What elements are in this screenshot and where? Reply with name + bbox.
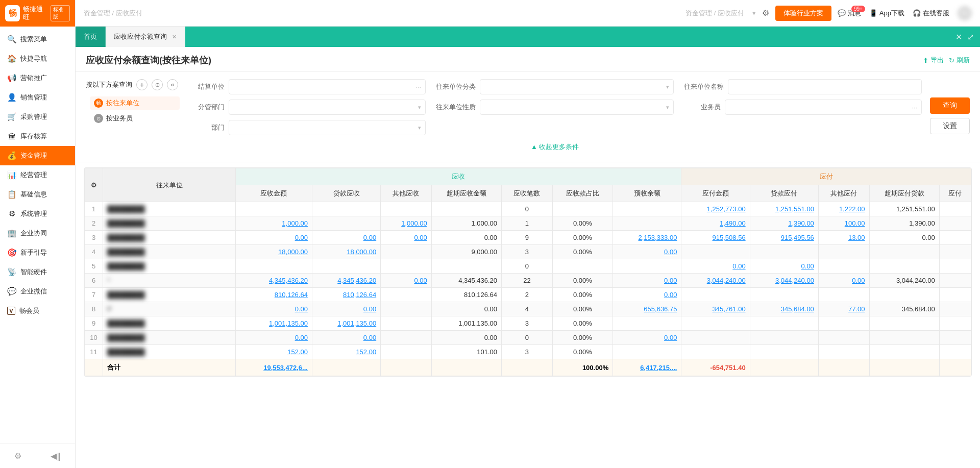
tab-home[interactable]: 首页: [76, 27, 106, 47]
td-overdue-ap-6: [869, 288, 939, 302]
page: 应收应付余额查询(按往来单位) ⬆ 导出 ↻ 刷新: [76, 47, 980, 468]
td-loan-ap-0: 1,251,551.00: [750, 202, 818, 216]
td-overdue-ap-10: [869, 345, 939, 359]
sidebar-item-inventory[interactable]: 🏛 库存核算: [0, 127, 75, 146]
filter-input-partner-name[interactable]: [728, 79, 922, 94]
tab-close-icon[interactable]: ✕: [172, 34, 177, 40]
scheme-item-by-staff[interactable]: ⊙ 按业务员: [90, 112, 180, 125]
sidebar-item-operation[interactable]: 📊 经营管理: [0, 165, 75, 185]
tab-ar-ap[interactable]: 应收应付余额查询 ✕: [106, 27, 185, 47]
filter-input-dept[interactable]: ▾: [229, 100, 426, 115]
td-other-ap-2: 13.00: [818, 231, 869, 245]
th-settings[interactable]: ⚙: [85, 168, 103, 202]
sidebar-item-sales[interactable]: 👤 销售管理: [0, 88, 75, 107]
settings-button[interactable]: 设置: [930, 118, 970, 134]
filter-input-salesperson[interactable]: ···: [725, 100, 922, 115]
td-overdue-ap-0: 1,251,551.00: [869, 202, 939, 216]
filter-collapse-button[interactable]: «: [167, 79, 178, 90]
sidebar-item-base-info[interactable]: 📋 基础信息: [0, 185, 75, 204]
sidebar-item-label: 采购管理: [20, 112, 47, 121]
td-ap-amount-8: [681, 316, 750, 331]
sidebar-item-label: 系统管理: [20, 209, 47, 218]
td-ap-extra-10: [939, 345, 971, 359]
filter-label-settlement: 结算单位: [188, 82, 225, 91]
th-group-ar: 应收: [236, 168, 681, 185]
sidebar-item-smart-hw[interactable]: 📡 智能硬件: [0, 262, 75, 282]
filter-input-dept2[interactable]: ▾: [229, 120, 426, 135]
sidebar-item-member[interactable]: V 畅会员: [0, 301, 75, 321]
td-ap-amount-4: 0.00: [681, 259, 750, 274]
online-service-link[interactable]: 🎧 在线客服: [913, 9, 949, 18]
page-actions: ⬆ 导出 ↻ 刷新: [923, 56, 970, 65]
td-ar-amount-0: [236, 202, 312, 216]
td-ar-ratio-7: 0.00%: [552, 302, 612, 316]
td-ar-count-10: 3: [502, 345, 553, 359]
td-ap-extra-5: [939, 274, 971, 288]
sidebar-item-label: 库存核算: [20, 132, 47, 141]
filter-settings-button[interactable]: ⊙: [152, 79, 163, 90]
message-button[interactable]: 💬 消息 99+: [838, 9, 861, 18]
td-advance-1: [613, 216, 681, 231]
td-other-ar-7: [381, 302, 432, 316]
td-partner-5: ^: [103, 274, 236, 288]
td-ar-count-2: 9: [502, 231, 553, 245]
sidebar-item-purchase[interactable]: 🛒 采购管理: [0, 107, 75, 127]
td-overdue-ar-5: 4,345,436.20: [431, 274, 501, 288]
export-button[interactable]: ⬆ 导出: [923, 56, 944, 65]
sidebar-settings-icon[interactable]: ⚙: [10, 449, 26, 463]
sidebar-collapse-icon[interactable]: ◀‖: [46, 449, 65, 463]
inventory-icon: 🏛: [7, 132, 16, 141]
sidebar-item-corp-wechat[interactable]: 💬 企业微信: [0, 282, 75, 301]
newbie-icon: 🎯: [7, 248, 16, 257]
sidebar-item-newbie[interactable]: 🎯 新手引导: [0, 243, 75, 262]
sidebar-item-marketing[interactable]: 📢 营销推广: [0, 68, 75, 88]
sidebar-item-quick-nav[interactable]: 🏠 快捷导航: [0, 49, 75, 68]
filter-collapse-toggle[interactable]: ▲ 收起更多条件: [188, 139, 922, 155]
filter-label-nature: 往来单位性质: [436, 103, 476, 112]
sidebar-item-label: 营销推广: [20, 73, 47, 83]
user-avatar[interactable]: Rit: [958, 6, 972, 20]
td-loan-ar-9: 0.00: [312, 331, 380, 345]
capital-icon: 💰: [7, 151, 16, 160]
filter-arrow-nature: ▾: [666, 104, 669, 111]
main-area: 资金管理 / 应收应付 资金管理 / 应收应付 ▾ ⚙ 体验行业方案 💬 消息 …: [76, 0, 980, 468]
trial-button[interactable]: 体验行业方案: [775, 6, 831, 21]
filter-row-salesperson: 业务员 ···: [684, 100, 922, 115]
td-loan-ar-7: 0.00: [312, 302, 380, 316]
td-loan-ar-6: 810,126.64: [312, 288, 380, 302]
td-idx-3: 4: [85, 245, 103, 259]
topbar-dropdown-arrow[interactable]: ▾: [752, 9, 756, 17]
td-loan-ar-0: [312, 202, 380, 216]
sidebar-item-corp[interactable]: 🏢 企业协同: [0, 224, 75, 243]
filter-input-settlement[interactable]: ···: [229, 79, 426, 94]
td-advance-3: 0.00: [613, 245, 681, 259]
app-download-link[interactable]: 📱 App下载: [869, 9, 904, 18]
filter-input-nature[interactable]: ▾: [480, 100, 674, 115]
sidebar-item-system[interactable]: ⚙ 系统管理: [0, 204, 75, 224]
td-ar-amount-6: 810,126.64: [236, 288, 312, 302]
td-ar-count-9: 0: [502, 331, 553, 345]
td-idx-6: 7: [85, 288, 103, 302]
sidebar-item-capital[interactable]: 💰 资金管理: [0, 146, 75, 165]
base-info-icon: 📋: [7, 190, 16, 199]
refresh-button[interactable]: ↻ 刷新: [949, 56, 970, 65]
sidebar-item-search-menu[interactable]: 🔍 搜索菜单: [0, 30, 75, 49]
tab-expand-icon[interactable]: ⤢: [967, 32, 974, 42]
scheme-item-by-partner[interactable]: 畅 按往来单位: [90, 96, 180, 110]
filter-add-button[interactable]: +: [136, 79, 148, 90]
table-settings-icon[interactable]: ⚙: [91, 181, 97, 189]
query-button[interactable]: 查询: [930, 97, 970, 114]
tab-close-window-icon[interactable]: ✕: [955, 32, 962, 42]
topbar-gear-icon[interactable]: ⚙: [762, 8, 769, 18]
export-icon: ⬆: [923, 57, 928, 64]
filter-row-partner-name: 往来单位名称: [684, 79, 922, 94]
th-loan-ap: 贷款应付: [750, 185, 818, 202]
td-ap-extra-3: [939, 245, 971, 259]
td-loan-ap-9: [750, 331, 818, 345]
td-ap-amount-10: [681, 345, 750, 359]
td-ap-extra-2: [939, 231, 971, 245]
scheme-list: 畅 按往来单位 ⊙ 按业务员: [90, 96, 180, 125]
table-container: ⚙ 往来单位 应收 应付 应收金额 贷款应收 其他应收 超期应收金额: [84, 167, 972, 377]
filter-input-category[interactable]: ▾: [480, 79, 674, 94]
td-ar-ratio-8: 0.00%: [552, 316, 612, 331]
